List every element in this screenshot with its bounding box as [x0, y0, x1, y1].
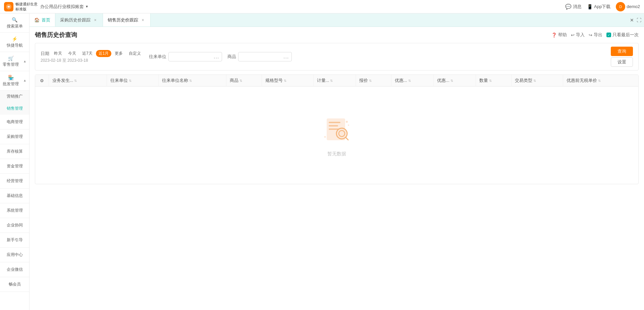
filter-partner-group: 往来单位 ...: [149, 52, 222, 61]
tab-sales-close-button[interactable]: ×: [140, 17, 146, 23]
sidebar-item-ecommerce[interactable]: 电商管理: [0, 115, 29, 130]
table-col-quoted-price[interactable]: 报价⇅: [356, 75, 391, 87]
chevron-down-icon: ▼: [85, 5, 89, 8]
svg-rect-3: [329, 125, 338, 126]
date-btn-today[interactable]: 今天: [65, 50, 79, 57]
sidebar-item-apps[interactable]: 应用中心: [0, 248, 29, 262]
table-col-partner-name[interactable]: 往来单位名称⇅: [159, 75, 226, 87]
window-maximize-button[interactable]: ⛶: [637, 17, 641, 23]
settings-button[interactable]: 设置: [611, 57, 633, 67]
sort-icon-2: ⇅: [129, 79, 131, 83]
export-icon: ↪: [589, 33, 592, 38]
export-button[interactable]: ↪ 导出: [589, 32, 602, 38]
tab-purchase-history[interactable]: 采购历史价跟踪 ×: [55, 13, 103, 27]
empty-state: 暂无数据: [35, 87, 638, 184]
sidebar-item-guide[interactable]: 新手引导: [0, 233, 29, 248]
table-col-product[interactable]: 商品⇅: [226, 75, 262, 87]
nav-icon: ⚡: [12, 36, 17, 43]
tab-purchase-close-button[interactable]: ×: [93, 17, 98, 23]
sidebar-item-operations[interactable]: 经营管理: [0, 174, 29, 189]
table-col-spec[interactable]: 规格型号⇅: [262, 75, 313, 87]
app-selector[interactable]: 办公用品行业模拟账套 ▼: [40, 4, 89, 10]
import-button[interactable]: ↩ 导入: [571, 32, 585, 38]
sort-icon-12: ⇅: [598, 79, 601, 83]
sidebar-item-enterprise[interactable]: 企业协同: [0, 218, 29, 233]
date-btn-custom[interactable]: 自定义: [126, 50, 144, 57]
sort-icon: ⇅: [74, 79, 77, 83]
table-col-settings[interactable]: ⚙: [35, 75, 49, 87]
tab-sales-history[interactable]: 销售历史价跟踪 ×: [103, 13, 151, 27]
date-range-text: 2023-02-18 至 2023-03-18: [41, 58, 144, 63]
download-icon: 📱: [587, 4, 593, 9]
search-icon: 🔍: [12, 17, 17, 23]
only-last-checkbox[interactable]: ✓: [606, 33, 611, 37]
filter-area: 日期 昨天 今天 近7天 近1月 更多 自定义 2023-02-18 至 202…: [35, 43, 639, 70]
only-last-checkbox-label[interactable]: ✓ 只看最后一次: [606, 32, 639, 38]
sidebar-item-finance[interactable]: 资金管理: [0, 159, 29, 174]
svg-point-9: [348, 124, 349, 126]
avatar: D: [616, 2, 625, 11]
tab-home[interactable]: 🏠 首页: [30, 13, 55, 27]
chevron-up-icon-2: ▲: [23, 78, 26, 83]
table-col-discount2[interactable]: 优惠...⇅: [433, 75, 476, 87]
header-left: 畅捷通好生意 标准版 办公用品行业模拟账套 ▼: [4, 2, 89, 11]
sidebar-item-sales-mgmt[interactable]: 销售管理: [0, 103, 29, 115]
sidebar-item-basic-info[interactable]: 基础信息: [0, 189, 29, 203]
page-title: 销售历史价查询: [35, 31, 77, 39]
top-header: 畅捷通好生意 标准版 办公用品行业模拟账套 ▼ 💬 消息 📱 App下载 D d…: [0, 0, 644, 13]
tab-bar: 🏠 首页 采购历史价跟踪 × 销售历史价跟踪 × ✕ ⛶: [30, 13, 644, 27]
logo-text: 畅捷通好生意 标准版: [15, 2, 38, 11]
table-col-biz-date[interactable]: 业务发生...⇅: [49, 75, 107, 87]
empty-text: 暂无数据: [327, 151, 346, 157]
sidebar-item-inventory[interactable]: 库存核算: [0, 144, 29, 159]
header-right: 💬 消息 📱 App下载 D demo2: [565, 2, 640, 11]
svg-point-10: [324, 136, 326, 138]
sidebar-item-retail[interactable]: 🛒 零售管理 ▲: [0, 52, 29, 71]
table-col-discount1[interactable]: 优惠...⇅: [391, 75, 433, 87]
table-col-partner-code[interactable]: 往来单位⇅: [107, 75, 159, 87]
table-col-trade-type[interactable]: 交易类型⇅: [512, 75, 563, 87]
product-input-dots: ...: [283, 54, 289, 60]
window-close-button[interactable]: ✕: [630, 17, 634, 23]
partner-input-dots: ...: [214, 54, 219, 60]
import-icon: ↩: [571, 33, 575, 38]
sort-icon-9: ⇅: [450, 79, 453, 83]
sidebar-item-search[interactable]: 🔍 搜索菜单: [0, 13, 29, 33]
filter-date-group: 日期 昨天 今天 近7天 近1月 更多 自定义 2023-02-18 至 202…: [41, 50, 144, 63]
page-title-actions: ❓ 帮助 ↩ 导入 ↪ 导出 ✓ 只看最后一次: [551, 32, 639, 38]
sort-icon-3: ⇅: [189, 79, 192, 83]
page-title-row: 销售历史价查询 ❓ 帮助 ↩ 导入 ↪ 导出: [35, 31, 639, 39]
date-btn-last1m[interactable]: 近1月: [96, 50, 112, 57]
sidebar-item-purchase[interactable]: 采购管理: [0, 130, 29, 144]
table-col-quantity[interactable]: 数量⇅: [476, 75, 512, 87]
sidebar-item-marketing[interactable]: 营销推广: [0, 91, 29, 103]
sort-icon-6: ⇅: [330, 79, 333, 83]
help-icon: ❓: [551, 33, 557, 38]
product-input[interactable]: ...: [238, 52, 292, 61]
sort-icon-11: ⇅: [533, 79, 536, 83]
sidebar-item-quick-nav[interactable]: ⚡ 快捷导航: [0, 33, 29, 52]
app-download-action[interactable]: 📱 App下载: [587, 4, 610, 10]
date-buttons: 昨天 今天 近7天 近1月 更多 自定义: [51, 50, 144, 57]
search-button[interactable]: 查询: [611, 47, 633, 56]
sidebar-item-system[interactable]: 系统管理: [0, 203, 29, 218]
table-col-pretax-price[interactable]: 优惠前无税单价⇅: [563, 75, 638, 87]
table-col-unit[interactable]: 计量...⇅: [313, 75, 356, 87]
partner-input[interactable]: ...: [168, 52, 222, 61]
sidebar-item-wholesale[interactable]: 🏪 批发管理 ▲: [0, 71, 29, 90]
svg-rect-2: [329, 122, 340, 123]
date-btn-last7[interactable]: 近7天: [79, 50, 95, 57]
date-btn-more[interactable]: 更多: [112, 50, 125, 57]
svg-line-7: [345, 137, 348, 140]
date-btn-yesterday[interactable]: 昨天: [51, 50, 65, 57]
sidebar-item-member[interactable]: 畅会员: [0, 277, 29, 292]
sort-icon-8: ⇅: [408, 79, 411, 83]
sidebar-item-wechat[interactable]: 企业微信: [0, 262, 29, 277]
help-button[interactable]: ❓ 帮助: [551, 32, 567, 38]
user-action[interactable]: D demo2: [616, 2, 640, 11]
logo-icon: [4, 2, 13, 11]
retail-icon: 🛒: [8, 55, 14, 62]
chevron-up-icon: ▲: [23, 59, 26, 64]
message-action[interactable]: 💬 消息: [565, 4, 582, 10]
sort-icon-7: ⇅: [369, 79, 372, 83]
